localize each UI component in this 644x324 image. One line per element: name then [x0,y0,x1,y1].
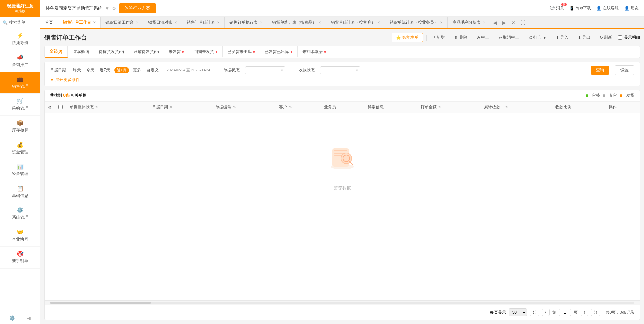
collapse-icon[interactable]: ◀ [27,315,31,321]
message-btn[interactable]: 💬 6 消息 [550,5,564,11]
show-detail-label[interactable]: 显示明细 [618,35,640,40]
tab-product-margin[interactable]: 商品毛利分析表 ✕ [448,17,490,28]
payment-select[interactable] [320,66,360,74]
tab-cash-daily[interactable]: 钱货日清工作台 ✕ [101,17,143,28]
table-scroll[interactable]: ⚙ 单据整体状态 ⇅ 单据日期 ⇅ 单据编号 [45,102,640,300]
page-prev-btn[interactable]: ⟨ [542,309,550,316]
page-last-btn[interactable]: ⟩⟩ [591,309,600,316]
tab-sales-exec-close[interactable]: ✕ [260,21,262,24]
tab-maximize-btn[interactable]: ⛶ [518,18,528,27]
tab-summary-staff[interactable]: 销货单统计表（按业务员） ✕ [385,17,448,28]
sort-number-icon[interactable]: ⇅ [233,105,236,109]
empty-text: 暂无数据 [334,185,351,191]
tab-sales-order[interactable]: 销售订单工作台 ✕ [58,17,101,28]
date-btn-7days[interactable]: 近7天 [98,67,112,74]
sort-status-icon[interactable]: ⇅ [95,105,98,109]
settings-icon[interactable]: ⚙️ [9,315,15,321]
date-btn-today[interactable]: 今天 [85,67,96,74]
cancel-stop-btn[interactable]: ↩ 取消中止 [495,33,522,42]
show-detail-checkbox[interactable] [618,35,622,40]
tab-product-margin-close[interactable]: ✕ [483,21,485,24]
page-input[interactable] [559,309,571,316]
filter-tab-pending-review[interactable]: 待审核(0) [68,46,94,57]
abandon-label[interactable]: 弃审 [609,93,617,98]
refresh-btn[interactable]: ↻ 刷新 [596,33,615,42]
th-settings[interactable]: ⚙ [45,102,55,113]
sidebar-item-system[interactable]: ⚙️ 系统管理 [0,203,40,225]
export-btn[interactable]: ⬇ 导出 [574,33,594,42]
date-btn-more[interactable]: 更多 [132,67,142,74]
sidebar-item-purchase[interactable]: 🛒 采购管理 [0,94,40,116]
tab-next-btn[interactable]: ▶ [500,18,509,27]
tab-sales-order-close[interactable]: ✕ [93,21,96,24]
tab-summary-customer-close[interactable]: ✕ [377,21,380,24]
sidebar-item-operations[interactable]: 📊 经营管理 [0,159,40,181]
tab-home[interactable]: 首页 [40,17,58,28]
import-btn[interactable]: ⬆ 导入 [553,33,572,42]
tab-cash-daily-close[interactable]: ✕ [136,21,138,24]
sidebar-item-guide[interactable]: 🎯 新手引导 [0,247,40,269]
tab-sales-stats-close[interactable]: ✕ [217,21,220,24]
tab-sales-exec[interactable]: 销售订单执行表 ✕ [225,17,267,28]
filter-tab-pending-inspect[interactable]: 待拣货发货(0) [94,46,129,57]
review-label[interactable]: 审核 [592,93,600,98]
tab-summary-customer[interactable]: 销货单统计表（按客户） ✕ [326,17,385,28]
filter-tab-not-printed[interactable]: 未打印单据 ● [298,46,331,57]
expand-btn-label: 展开更多条件 [55,77,80,83]
tab-sales-stats[interactable]: 销售订单统计表 ✕ [182,17,225,28]
select-all-checkbox[interactable] [58,105,63,109]
stop-btn[interactable]: ⊘ 中止 [473,33,492,42]
sidebar-item-sales[interactable]: 💼 销售管理 [0,72,40,94]
smart-btn[interactable]: ⭐ 智能生单 [392,33,423,42]
expand-btn[interactable]: ▼ 展开更多条件 [50,77,634,83]
tab-close-all-btn[interactable]: ✕ [509,18,518,27]
sidebar-item-quicknav[interactable]: ⚡ 快捷导航 [0,28,40,50]
page-size-select[interactable]: 50 10 20 100 [509,308,527,316]
status-select[interactable] [245,66,285,74]
sidebar-item-basic[interactable]: 📋 基础信息 [0,181,40,203]
delete-btn[interactable]: 🗑 删除 [451,33,471,42]
sidebar-search[interactable]: 🔍 搜索菜单 [0,17,40,28]
filter-tab-wangpu[interactable]: 旺铺待发货(0) [129,46,164,57]
scrollbar-track[interactable] [50,302,634,304]
filter-tab-shipped-out[interactable]: 已发货已出库 ● [260,46,298,57]
filter-tab-expired[interactable]: 到期未发货 ● [189,46,223,57]
sidebar-item-inventory[interactable]: 📦 库存核算 [0,116,40,137]
add-btn[interactable]: + 新增 [430,33,448,42]
app-download-btn[interactable]: 📱 App下载 [569,5,591,11]
sort-amount-icon[interactable]: ⇅ [438,105,441,109]
sidebar-item-finance-label: 资金管理 [12,149,28,155]
sort-date-icon[interactable]: ⇅ [170,105,172,109]
sidebar-item-enterprise[interactable]: 🤝 企业协同 [0,225,40,247]
sidebar-item-finance[interactable]: 💰 资金管理 [0,137,40,159]
page-first-btn[interactable]: ⟨⟨ [530,309,539,316]
tab-prev-btn[interactable]: ◀ [490,18,500,27]
th-checkbox[interactable] [55,102,66,113]
page-next-btn[interactable]: ⟩ [581,309,588,316]
topbar-gear-icon[interactable]: ⚙ [112,6,116,11]
tab-cash-reconcile[interactable]: 钱货日清对账 ✕ [143,17,182,28]
sidebar-item-marketing[interactable]: 📣 营销推广 [0,50,40,72]
sort-received-icon[interactable]: ⇅ [505,105,508,109]
print-btn[interactable]: 🖨 打印 ▼ [525,33,550,42]
scrollbar-area[interactable] [45,300,640,305]
tab-summary-product-close[interactable]: ✕ [318,21,321,24]
filter-tab-all[interactable]: 全部(0) [45,46,68,58]
result-count: 0条 [63,93,70,98]
tab-summary-staff-close[interactable]: ✕ [440,21,443,24]
tab-summary-product[interactable]: 销货单统计表（按商品） ✕ [267,17,326,28]
date-btn-1month[interactable]: 近1月 [114,67,129,73]
date-btn-custom[interactable]: 自定义 [145,67,160,74]
filter-tab-shipped-not-out[interactable]: 已发货未出库 ● [223,46,260,57]
tab-cash-reconcile-close[interactable]: ✕ [174,21,177,24]
online-service-btn[interactable]: 👤 在线客服 [596,5,619,11]
settings-btn[interactable]: 设置 [615,65,634,75]
filter-tab-not-shipped[interactable]: 未发货 ● [164,46,189,57]
scrollbar-thumb[interactable] [50,302,151,304]
industry-btn[interactable]: 体验行业方案 [119,3,156,13]
date-btn-yesterday[interactable]: 昨天 [72,67,82,74]
query-btn[interactable]: 查询 [591,66,609,75]
user-menu-btn[interactable]: 👤 用友 [624,5,639,11]
ship-label[interactable]: 发货 [626,93,634,98]
sort-customer-icon[interactable]: ⇅ [289,105,292,109]
